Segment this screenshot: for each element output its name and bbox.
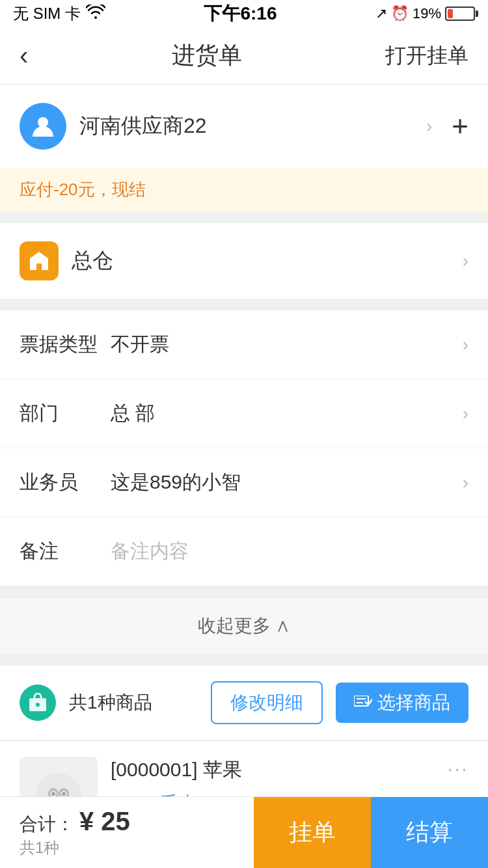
hang-order-button[interactable]: 挂单 — [254, 797, 371, 868]
supplier-row[interactable]: 河南供应商22 › + — [0, 85, 488, 168]
checkout-button[interactable]: 结算 — [371, 797, 488, 868]
supplier-name: 河南供应商22 — [79, 112, 426, 141]
open-pending-button[interactable]: 打开挂单 — [385, 42, 468, 70]
remark-row[interactable]: 备注 备注内容 — [0, 517, 488, 586]
warehouse-section: 总仓 › — [0, 223, 488, 299]
warehouse-name: 总仓 — [72, 247, 463, 275]
total-count-row: 共1种 — [20, 837, 234, 858]
battery-icon — [445, 7, 475, 21]
battery-percent: 19% — [413, 5, 441, 22]
alarm-icon: ⏰ — [391, 5, 409, 22]
total-count: 共1种 — [20, 839, 59, 856]
supplier-avatar — [20, 103, 66, 150]
collapse-button[interactable]: 收起更多 ∧ — [0, 597, 488, 654]
products-count: 共1种商品 — [69, 690, 198, 715]
supplier-section: 河南供应商22 › + 应付-20元，现结 — [0, 85, 488, 211]
department-row[interactable]: 部门 总 部 › — [0, 379, 488, 448]
svg-point-11 — [52, 793, 55, 796]
product-code: [0000001] — [111, 759, 203, 780]
supplier-chevron: › — [426, 116, 432, 137]
warehouse-chevron: › — [463, 251, 468, 271]
carrier-label: 无 SIM 卡 — [13, 3, 81, 24]
ticket-type-label: 票据类型 — [20, 331, 111, 358]
collapse-label: 收起更多 ∧ — [198, 616, 291, 636]
ticket-type-row[interactable]: 票据类型 不开票 › — [0, 310, 488, 379]
products-icon — [20, 685, 56, 721]
hang-label: 挂单 — [289, 817, 336, 848]
total-section: 合计： ¥ 25 共1种 — [0, 797, 254, 868]
status-right: ↗ ⏰ 19% — [375, 5, 475, 22]
notice-text: 应付-20元，现结 — [20, 180, 146, 199]
wifi-icon — [86, 5, 105, 23]
ticket-type-value: 不开票 — [111, 331, 463, 358]
products-header: 共1种商品 修改明细 选择商品 — [0, 666, 488, 740]
remark-input[interactable]: 备注内容 — [111, 538, 468, 565]
total-amount: ¥ 25 — [79, 807, 130, 836]
total-label: 合计： — [20, 812, 74, 837]
status-bar: 无 SIM 卡 下午6:16 ↗ ⏰ 19% — [0, 0, 488, 27]
main-content: 河南供应商22 › + 应付-20元，现结 总仓 › 票据类型 不开票 › 部门 — [0, 85, 488, 868]
add-supplier-button[interactable]: + — [452, 110, 468, 142]
product-more-button[interactable]: ··· — [447, 757, 468, 781]
remark-label: 备注 — [20, 538, 111, 565]
select-product-button[interactable]: 选择商品 — [336, 683, 468, 723]
back-button[interactable]: ‹ — [20, 41, 28, 70]
total-amount-row: 合计： ¥ 25 — [20, 807, 234, 837]
sales-chevron: › — [463, 472, 468, 493]
form-section: 票据类型 不开票 › 部门 总 部 › 业务员 这是859的小智 › 备注 备注… — [0, 310, 488, 586]
svg-point-12 — [62, 793, 66, 796]
department-value: 总 部 — [111, 400, 463, 427]
modify-detail-button[interactable]: 修改明细 — [211, 681, 323, 724]
sales-value: 这是859的小智 — [111, 469, 463, 496]
product-name: [0000001] 苹果 — [111, 757, 434, 783]
product-title: 苹果 — [203, 759, 242, 780]
sales-row[interactable]: 业务员 这是859的小智 › — [0, 448, 488, 517]
svg-rect-3 — [354, 696, 368, 706]
department-chevron: › — [463, 403, 468, 424]
nav-bar: ‹ 进货单 打开挂单 — [0, 27, 488, 85]
notice-bar: 应付-20元，现结 — [0, 168, 488, 211]
status-time: 下午6:16 — [204, 1, 277, 26]
status-left: 无 SIM 卡 — [13, 3, 105, 24]
location-icon: ↗ — [375, 5, 387, 22]
department-label: 部门 — [20, 400, 111, 427]
checkout-label: 结算 — [406, 817, 453, 848]
page-title: 进货单 — [172, 40, 242, 72]
warehouse-row[interactable]: 总仓 › — [0, 223, 488, 299]
select-product-label: 选择商品 — [377, 690, 450, 715]
svg-point-2 — [36, 703, 40, 707]
warehouse-icon — [20, 241, 59, 280]
battery-fill — [448, 9, 453, 18]
bottom-bar: 合计： ¥ 25 共1种 挂单 结算 — [0, 796, 488, 868]
svg-point-0 — [38, 117, 48, 128]
sales-label: 业务员 — [20, 469, 111, 496]
ticket-type-chevron: › — [463, 334, 468, 355]
